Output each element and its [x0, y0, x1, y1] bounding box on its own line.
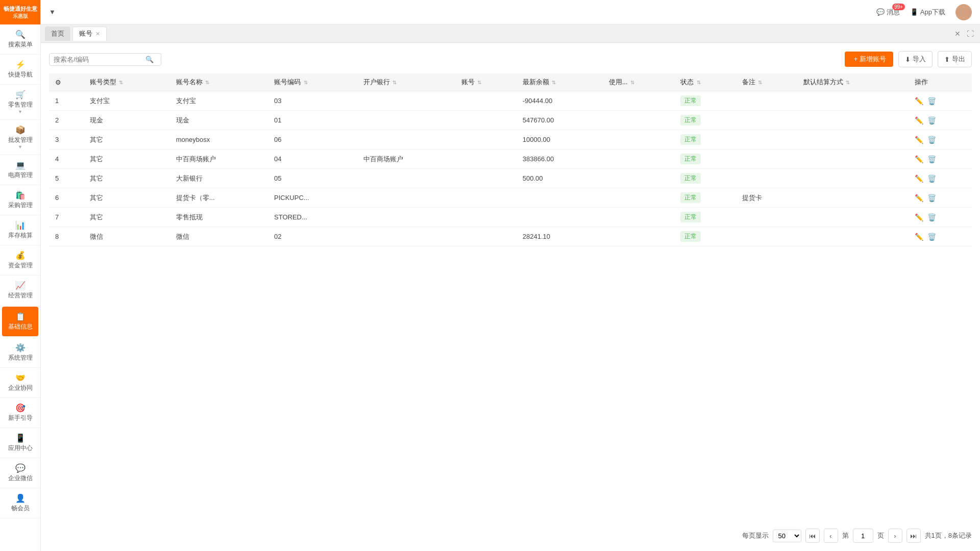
cell-account [455, 130, 517, 149]
page-next-button[interactable]: › [888, 529, 902, 543]
system-mgmt-icon: ⚙️ [2, 343, 38, 353]
user-avatar[interactable] [955, 4, 972, 20]
sidebar-item-operations-mgmt[interactable]: 📈 经营管理 [0, 276, 40, 306]
page-number-input[interactable] [853, 529, 873, 543]
col-config[interactable]: ⚙ [49, 73, 84, 91]
cell-type: 其它 [84, 149, 170, 169]
delete-icon[interactable]: 🗑️ [927, 116, 936, 124]
cell-no: 5 [49, 169, 84, 188]
sort-bank-icon: ⇅ [393, 80, 397, 85]
sidebar-item-search-menu[interactable]: 🔍 搜索菜单 [0, 24, 40, 55]
new-guide-icon: 🎯 [2, 403, 38, 413]
cell-account [455, 149, 517, 169]
col-usage[interactable]: 使用... ⇅ [603, 73, 674, 91]
delete-icon[interactable]: 🗑️ [927, 136, 936, 144]
col-account[interactable]: 账号 ⇅ [455, 73, 517, 91]
import-button[interactable]: ⬇ 导入 [898, 51, 933, 67]
delete-icon[interactable]: 🗑️ [927, 174, 936, 183]
total-label: 共1页，8条记录 [925, 531, 972, 540]
tab-account[interactable]: 账号 ✕ [72, 27, 107, 41]
message-button[interactable]: 💬 消息 99+ [876, 8, 900, 17]
cell-account [455, 188, 517, 208]
page-first-button[interactable]: ⏮ [805, 529, 820, 543]
col-type[interactable]: 账号类型 ⇅ [84, 73, 170, 91]
sidebar-item-enterprise-wechat[interactable]: 💬 企业微信 [0, 458, 40, 488]
tab-account-close-icon[interactable]: ✕ [95, 31, 100, 37]
sidebar: 畅捷通好生意 乐惠版 🔍 搜索菜单 ⚡ 快捷导航 🛒 零售管理 ▼ 📦 批发管理… [0, 0, 41, 551]
topbar-dropdown[interactable]: ▼ [49, 8, 56, 16]
edit-icon[interactable]: ✏️ [915, 174, 923, 183]
sidebar-label-basic-info: 基础信息 [8, 323, 33, 330]
tab-home[interactable]: 首页 [45, 27, 70, 41]
search-input[interactable] [54, 56, 145, 63]
cell-bank [357, 227, 455, 246]
page-label: 第 [842, 531, 849, 540]
tab-close-all-icon[interactable]: ✕ [952, 29, 963, 39]
sidebar-item-retail-mgmt[interactable]: 🛒 零售管理 ▼ [0, 85, 40, 120]
search-box[interactable]: 🔍 [49, 53, 161, 66]
edit-icon[interactable]: ✏️ [915, 136, 923, 144]
sidebar-item-inventory-calc[interactable]: 📊 库存核算 [0, 215, 40, 245]
sort-status-icon: ⇅ [697, 80, 701, 85]
delete-icon[interactable]: 🗑️ [927, 97, 936, 105]
cell-status: 正常 [674, 227, 736, 246]
export-button[interactable]: ⬆ 导出 [938, 51, 972, 67]
sidebar-item-capital-mgmt[interactable]: 💰 资金管理 [0, 245, 40, 276]
edit-icon[interactable]: ✏️ [915, 213, 923, 221]
delete-icon[interactable]: 🗑️ [927, 194, 936, 202]
table-row: 6 其它 提货卡（零... PICKUPC... 正常 提货卡 ✏️ 🗑️ [49, 188, 972, 208]
col-status[interactable]: 状态 ⇅ [674, 73, 736, 91]
status-badge: 正常 [680, 154, 701, 164]
cell-code: PICKUPC... [268, 188, 357, 208]
cell-action: ✏️ 🗑️ [909, 111, 972, 130]
delete-icon[interactable]: 🗑️ [927, 233, 936, 241]
page-last-button[interactable]: ⏭ [906, 529, 921, 543]
delete-icon[interactable]: 🗑️ [927, 213, 936, 221]
edit-icon[interactable]: ✏️ [915, 116, 923, 124]
delete-icon[interactable]: 🗑️ [927, 155, 936, 163]
col-default-payment[interactable]: 默认结算方式 ⇅ [797, 73, 909, 91]
sidebar-item-enterprise-agreement[interactable]: 🤝 企业协同 [0, 368, 40, 398]
col-bank[interactable]: 开户银行 ⇅ [357, 73, 455, 91]
cell-usage [603, 188, 674, 208]
cell-balance: -90444.00 [517, 91, 603, 111]
sidebar-item-quick-nav[interactable]: ⚡ 快捷导航 [0, 55, 40, 85]
col-remark[interactable]: 备注 ⇅ [736, 73, 797, 91]
edit-icon[interactable]: ✏️ [915, 155, 923, 163]
capital-mgmt-icon: 💰 [2, 251, 38, 260]
per-page-select[interactable]: 50 20 100 [773, 530, 801, 542]
col-code[interactable]: 账号编码 ⇅ [268, 73, 357, 91]
sidebar-item-new-guide[interactable]: 🎯 新手引导 [0, 398, 40, 428]
edit-icon[interactable]: ✏️ [915, 194, 923, 202]
cell-code: 05 [268, 169, 357, 188]
sidebar-item-wholesale-mgmt[interactable]: 📦 批发管理 ▼ [0, 120, 40, 155]
sidebar-label-new-guide: 新手引导 [8, 414, 33, 421]
enterprise-agreement-icon: 🤝 [2, 373, 38, 383]
col-name[interactable]: 账号名称 ⇅ [170, 73, 268, 91]
cell-no: 7 [49, 208, 84, 227]
page-prev-button[interactable]: ‹ [824, 529, 838, 543]
cell-usage [603, 91, 674, 111]
cell-remark [736, 130, 797, 149]
sidebar-item-member[interactable]: 👤 畅会员 [0, 488, 40, 518]
cell-name: 微信 [170, 227, 268, 246]
app-download-button[interactable]: 📱 App下载 [910, 8, 945, 17]
sidebar-item-basic-info[interactable]: 📋 基础信息 [2, 307, 38, 337]
tab-expand-icon[interactable]: ⛶ [965, 29, 976, 39]
sidebar-item-ecommerce-mgmt[interactable]: 💻 电商管理 [0, 155, 40, 185]
status-badge: 正常 [680, 95, 701, 106]
message-icon: 💬 [876, 8, 885, 16]
sidebar-item-system-mgmt[interactable]: ⚙️ 系统管理 [0, 338, 40, 368]
cell-code: 06 [268, 130, 357, 149]
add-account-button[interactable]: + 新增账号 [845, 52, 893, 67]
edit-icon[interactable]: ✏️ [915, 97, 923, 105]
edit-icon[interactable]: ✏️ [915, 233, 923, 241]
sidebar-item-app-center[interactable]: 📱 应用中心 [0, 428, 40, 458]
sort-remark-icon: ⇅ [758, 80, 762, 85]
cell-bank [357, 208, 455, 227]
col-balance[interactable]: 最新余额 ⇅ [517, 73, 603, 91]
cell-action: ✏️ 🗑️ [909, 149, 972, 169]
cell-bank [357, 91, 455, 111]
sidebar-item-purchase-mgmt[interactable]: 🛍️ 采购管理 [0, 185, 40, 215]
cell-remark [736, 91, 797, 111]
